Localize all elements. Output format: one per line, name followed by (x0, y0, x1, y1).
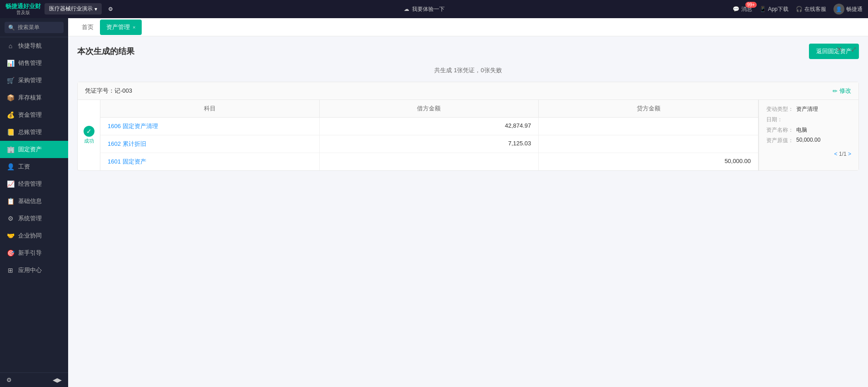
success-label: 成功 (84, 138, 94, 144)
tab-assets_mgmt[interactable]: 资产管理× (100, 20, 142, 35)
sidebar-item-guide[interactable]: 🎯 新手引导 (0, 244, 68, 262)
col-credit: 贷方金额 (539, 100, 758, 117)
asset-name-row: 资产名称： 电脑 (766, 126, 851, 134)
credit-cell-1 (539, 135, 758, 153)
guide-icon: 🎯 (6, 249, 15, 257)
tab-home[interactable]: 首页 (75, 20, 100, 35)
sidebar-label-guide: 新手引导 (18, 249, 42, 257)
fixed_assets-icon: 🏢 (6, 145, 15, 154)
company-selector[interactable]: 医疗器械行业演示 ▾ (45, 3, 102, 15)
sidebar-label-purchase: 采购管理 (18, 76, 42, 84)
change-type-row: 变动类型： 资产清理 (766, 105, 851, 113)
operations-icon: 📈 (6, 180, 15, 188)
table-row: 1601 固定资产 50,000.00 (100, 153, 758, 170)
online-service-label: 在线客服 (804, 5, 826, 13)
voucher-number: 凭证字号：记-003 (85, 87, 132, 95)
edit-icon: ✏ (833, 88, 838, 94)
sidebar-label-salary: 工资 (18, 163, 30, 171)
voucher-table-wrap: ✓ 成功 科目 借方金额 贷方金额 1606 固定资产清理 42,874.97 (78, 100, 858, 170)
tab-close-assets_mgmt[interactable]: × (133, 25, 135, 30)
voucher-rows: 1606 固定资产清理 42,874.97 1602 累计折旧 7,125.03… (100, 118, 758, 170)
user-area[interactable]: 👤 畅捷通 (833, 4, 863, 15)
sidebar-item-ledger[interactable]: 📒 总账管理 (0, 124, 68, 141)
sidebar-search-area: 🔍 搜索菜单 (0, 18, 68, 37)
sidebar-label-inventory: 库存核算 (18, 94, 42, 102)
pagination: < 1/1 > (766, 147, 851, 161)
enterprise-icon: 🤝 (6, 232, 15, 240)
sidebar-label-enterprise: 企业协同 (18, 232, 42, 240)
inventory-icon: 📦 (6, 94, 15, 102)
sidebar-item-inventory[interactable]: 📦 库存核算 (0, 89, 68, 106)
page-header: 本次生成的结果 返回固定资产 (77, 44, 859, 59)
voucher-table: 科目 借方金额 贷方金额 1606 固定资产清理 42,874.97 1602 … (100, 100, 759, 170)
settings-btn[interactable]: ⚙ (105, 4, 116, 14)
message-btn[interactable]: 💬 消息 99+ (733, 5, 752, 13)
sidebar-item-enterprise[interactable]: 🤝 企业协同 (0, 227, 68, 244)
sidebar-footer: ⚙ ◀▶ (0, 372, 68, 387)
sidebar-item-basic[interactable]: 📋 基础信息 (0, 193, 68, 210)
asset-value-label: 资产原值： (766, 137, 794, 144)
sidebar-item-home[interactable]: ⌂ 快捷导航 (0, 37, 68, 55)
sidebar-item-apps[interactable]: ⊞ 应用中心 (0, 262, 68, 279)
message-icon: 💬 (733, 6, 739, 12)
app-download-btn[interactable]: 📱 App下载 (759, 5, 789, 13)
success-status: ✓ 成功 (78, 100, 100, 170)
credit-cell-2: 50,000.00 (539, 153, 758, 170)
page-content: ✕ ⤢ 本次生成的结果 返回固定资产 共生成 1张凭证，0张失败 凭证字号：记-… (68, 36, 868, 387)
basic-icon: 📋 (6, 197, 15, 205)
close-panel-btn[interactable]: ✕ (833, 44, 844, 55)
search-menu-btn[interactable]: 🔍 搜索菜单 (5, 22, 64, 33)
sales-icon: 📊 (6, 59, 15, 67)
purchase-icon: 🛒 (6, 76, 15, 84)
system-icon: ⚙ (6, 214, 15, 223)
next-page-btn[interactable]: > (848, 151, 851, 157)
col-subject: 科目 (100, 100, 320, 117)
date-label: 日期： (766, 116, 783, 124)
date-row: 日期： (766, 116, 851, 124)
table-row: 1606 固定资产清理 42,874.97 (100, 118, 758, 135)
subject-cell-0[interactable]: 1606 固定资产清理 (100, 118, 320, 135)
change-type-value: 资产清理 (796, 105, 818, 113)
sidebar-label-home: 快捷导航 (18, 42, 42, 50)
sidebar-item-purchase[interactable]: 🛒 采购管理 (0, 72, 68, 89)
expand-panel-btn[interactable]: ⤢ (848, 44, 859, 55)
voucher-header: 凭证字号：记-003 ✏ 修改 (78, 82, 858, 100)
sidebar-item-fixed_assets[interactable]: 🏢 固定资产 (0, 141, 68, 158)
cloud-icon: ☁ (404, 6, 409, 12)
sidebar-label-system: 系统管理 (18, 214, 42, 223)
sidebar-item-salary[interactable]: 👤 工资 (0, 158, 68, 175)
collapse-icon[interactable]: ◀▶ (53, 377, 62, 383)
asset-name-label: 资产名称： (766, 126, 794, 134)
ledger-icon: 📒 (6, 128, 15, 136)
online-service-btn[interactable]: 🎧 在线客服 (796, 5, 826, 13)
download-icon: 📱 (759, 6, 766, 12)
app-download-label: App下载 (768, 5, 789, 13)
page-title: 本次生成的结果 (77, 46, 134, 57)
sidebar-item-finance[interactable]: 💰 资金管理 (0, 106, 68, 124)
subject-cell-2[interactable]: 1601 固定资产 (100, 153, 320, 170)
col-debit: 借方金额 (320, 100, 539, 117)
salary-icon: 👤 (6, 163, 15, 171)
sidebar-item-system[interactable]: ⚙ 系统管理 (0, 210, 68, 227)
subject-cell-1[interactable]: 1602 累计折旧 (100, 135, 320, 153)
sidebar-item-sales[interactable]: 📊 销售管理 (0, 55, 68, 72)
tabs-bar: 首页资产管理× (68, 18, 868, 36)
edit-voucher-btn[interactable]: ✏ 修改 (833, 87, 851, 95)
main-layout: 🔍 搜索菜单 ⌂ 快捷导航 📊 销售管理 🛒 采购管理 📦 库存核算 💰 资金管… (0, 18, 868, 387)
page-indicator: 1/1 (839, 151, 848, 157)
header-center: ☁ 我要体验一下 (404, 5, 445, 13)
sidebar-label-ledger: 总账管理 (18, 128, 42, 136)
logo-sub: 普及版 (16, 10, 30, 15)
credit-cell-0 (539, 118, 758, 135)
check-circle-icon: ✓ (84, 126, 94, 137)
trial-label: 我要体验一下 (412, 5, 445, 13)
prev-page-btn[interactable]: < (834, 151, 838, 157)
sidebar-label-fixed_assets: 固定资产 (18, 145, 42, 154)
change-type-label: 变动类型： (766, 105, 794, 113)
apps-icon: ⊞ (6, 266, 15, 274)
settings-icon[interactable]: ⚙ (6, 377, 12, 383)
logo: 畅捷通好业财 普及版 (5, 3, 41, 15)
sidebar-item-operations[interactable]: 📈 经营管理 (0, 175, 68, 193)
message-badge: 99+ (745, 2, 757, 8)
side-info-panel: 变动类型： 资产清理 日期： 资产名称： 电脑 资产原值： (759, 100, 858, 170)
